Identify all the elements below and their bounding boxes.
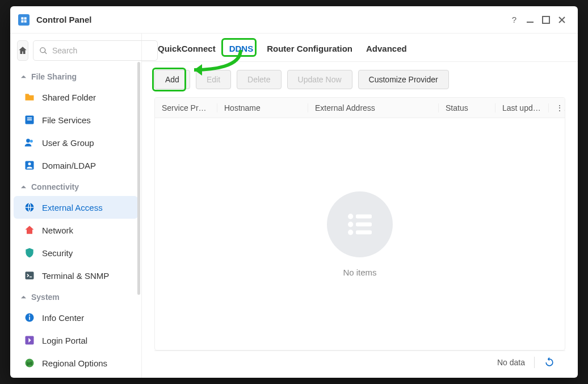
svg-rect-3 [24,20,27,22]
home-button[interactable] [17,40,28,61]
titlebar: Control Panel ? [10,6,578,34]
login-icon [24,335,35,346]
table-footer: No data [154,350,565,373]
section-connectivity[interactable]: Connectivity [10,177,141,196]
search-input[interactable] [52,46,152,55]
tab-bar: QuickConnect DDNS Router Configuration A… [142,34,578,62]
window-title: Control Panel [36,15,92,24]
toolbar: Add Edit Delete Update Now Customize Pro… [142,62,578,97]
chevron-up-icon [20,74,27,80]
col-last-update[interactable]: Last update … [495,103,549,112]
refresh-button[interactable] [544,357,555,368]
help-button[interactable]: ? [506,12,522,28]
empty-label: No items [343,268,376,277]
users-icon [24,137,35,148]
svg-rect-2 [21,20,23,22]
sidebar-item-external-access[interactable]: External Access [14,196,138,219]
svg-rect-7 [27,118,32,119]
sidebar-item-network[interactable]: Network [14,219,138,241]
sidebar-item-security[interactable]: Security [14,241,138,264]
table-header: Service Prov… Hostname External Address … [155,98,565,118]
file-services-icon [24,114,35,126]
svg-point-9 [26,139,30,143]
tab-quickconnect[interactable]: QuickConnect [158,44,216,61]
svg-point-17 [29,315,30,316]
svg-rect-1 [24,17,27,19]
col-service-provider[interactable]: Service Prov… [155,103,217,112]
shield-icon [24,247,35,258]
search-icon [39,47,48,55]
svg-rect-5 [543,16,549,23]
footer-status: No data [497,358,525,367]
tab-advanced[interactable]: Advanced [366,44,407,61]
info-icon [24,312,35,323]
col-more-button[interactable]: ⋮ [549,103,565,112]
ddns-table: Service Prov… Hostname External Address … [154,97,565,350]
svg-rect-0 [21,17,23,19]
ldap-icon [24,160,35,171]
customize-provider-button[interactable]: Customize Provider [358,70,449,89]
sidebar-item-regional-options[interactable]: Regional Options [14,352,138,374]
col-status[interactable]: Status [439,103,495,112]
tab-router-configuration[interactable]: Router Configuration [267,44,352,61]
regional-icon [24,357,35,369]
svg-point-22 [348,222,353,227]
sidebar-item-login-portal[interactable]: Login Portal [14,329,138,352]
delete-button[interactable]: Delete [237,70,281,89]
minimize-button[interactable] [522,12,538,28]
svg-rect-16 [29,316,30,320]
tab-ddns[interactable]: DDNS [229,44,254,61]
section-file-sharing[interactable]: File Sharing [10,66,141,86]
sidebar: File Sharing Shared Folder File Services… [10,34,142,378]
svg-point-24 [348,229,353,235]
sidebar-item-file-services[interactable]: File Services [14,108,138,131]
add-button[interactable]: Add [154,70,190,89]
search-input-wrapper[interactable] [33,40,158,61]
svg-rect-25 [356,230,372,234]
update-now-button[interactable]: Update Now [287,70,352,89]
sidebar-item-info-center[interactable]: Info Center [14,306,138,329]
col-hostname[interactable]: Hostname [217,103,308,112]
svg-rect-8 [27,119,32,120]
svg-rect-21 [356,214,372,218]
sidebar-item-terminal-snmp[interactable]: Terminal & SNMP [14,264,138,287]
globe-icon [24,202,35,213]
app-icon [18,14,30,26]
control-panel-window: Control Panel ? File Sharing [10,6,578,378]
col-external-address[interactable]: External Address [308,103,439,112]
folder-icon [24,91,35,103]
section-system[interactable]: System [10,287,141,306]
sidebar-item-user-group[interactable]: User & Group [14,131,138,154]
svg-point-10 [30,140,33,143]
sidebar-item-shared-folder[interactable]: Shared Folder [14,86,138,108]
chevron-up-icon [20,184,27,190]
terminal-icon [24,270,35,281]
edit-button[interactable]: Edit [196,70,231,89]
svg-rect-4 [527,22,534,23]
svg-point-12 [28,162,31,165]
empty-state: No items [155,118,565,350]
empty-icon [327,191,393,257]
main-content: QuickConnect DDNS Router Configuration A… [142,34,578,378]
svg-point-20 [348,214,353,219]
chevron-up-icon [20,294,27,300]
sidebar-scrollbar[interactable] [137,62,140,295]
svg-rect-23 [356,222,372,226]
maximize-button[interactable] [538,12,554,28]
sidebar-item-domain-ldap[interactable]: Domain/LDAP [14,154,138,177]
svg-rect-14 [26,272,34,279]
close-button[interactable] [554,12,570,28]
network-icon [24,224,35,236]
